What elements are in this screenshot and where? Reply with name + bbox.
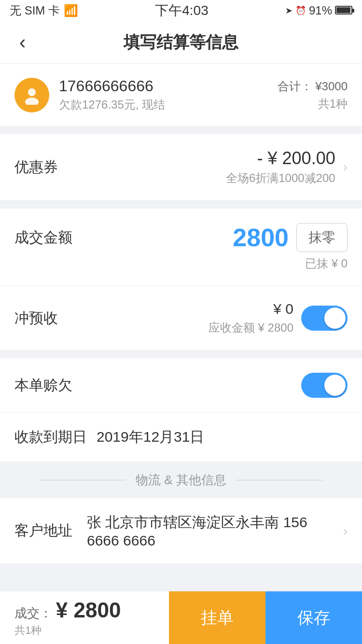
avatar-icon [22,85,42,105]
total-label: 合计： ¥3000 [278,79,348,94]
duedate-section: 收款到期日 2019年12月31日 [0,413,362,462]
duedate-label: 收款到期日 [14,427,87,447]
svg-point-0 [28,88,36,96]
coupon-amount: - ¥ 200.00 [226,148,335,168]
total-count: 共1种 [278,96,348,112]
back-icon: ‹ [19,31,26,53]
status-time: 下午4:03 [155,1,209,20]
bottom-count: 共1种 [14,623,154,638]
customer-info: 17666666666 欠款1276.35元, 现结 [59,77,165,112]
address-label: 客户地址 [14,521,72,541]
address-chevron-icon: › [343,523,348,539]
bottom-label: 成交： [14,606,52,620]
arrears-toggle-knob [324,375,346,396]
status-right: ➤ ⏰ 91% [285,4,352,17]
transaction-label: 成交金额 [14,228,72,248]
logistics-divider-inner: 物流 & 其他信息 [0,472,362,489]
prereceive-toggle[interactable] [301,306,348,331]
battery-percent: 91% [309,4,332,17]
address-section[interactable]: 客户地址 张 北京市市辖区海淀区永丰南 156 6666 6666 › [0,498,362,563]
divider-line-left [39,480,126,480]
pending-button[interactable]: 挂单 [169,591,265,644]
customer-left: 17666666666 欠款1276.35元, 现结 [14,77,165,112]
bottom-bar: 成交： ¥ 2800 共1种 挂单 保存 [0,591,362,644]
customer-total: 合计： ¥3000 共1种 [278,79,348,112]
prereceive-right: ¥ 0 应收金额 ¥ 2800 [209,301,348,336]
battery-icon [335,4,352,17]
coupon-info: - ¥ 200.00 全场6折满1000减200 [226,148,335,186]
prereceive-amount: ¥ 0 [209,301,293,317]
prereceive-sub: 应收金额 ¥ 2800 [209,320,293,336]
divider-line-right [236,480,323,480]
location-icon: ➤ [285,5,292,16]
logistics-divider: 物流 & 其他信息 [0,462,362,498]
status-left: 无 SIM 卡 📶 [10,3,78,18]
transaction-section: 成交金额 2800 抹零 已抹 ¥ 0 [0,209,362,286]
save-button[interactable]: 保存 [265,591,362,644]
back-button[interactable]: ‹ [14,27,30,58]
alarm-icon: ⏰ [295,5,306,16]
total-amount: ¥3000 [315,80,348,93]
toggle-knob [324,308,346,329]
customer-phone: 17666666666 [59,77,165,95]
page-title: 填写结算等信息 [124,31,238,54]
transaction-sub: 已抹 ¥ 0 [14,256,348,271]
transaction-amount: 2800 [233,223,289,252]
wifi-icon: 📶 [64,4,78,17]
duedate-value: 2019年12月31日 [97,427,204,447]
duedate-row: 收款到期日 2019年12月31日 [14,427,348,447]
bottom-label-row: 成交： ¥ 2800 [14,598,154,622]
section-divider-2 [0,350,362,358]
customer-card: 17666666666 欠款1276.35元, 现结 合计： ¥3000 共1种 [0,64,362,126]
avatar [14,78,49,112]
logistics-text: 物流 & 其他信息 [136,472,226,489]
coupon-label: 优惠券 [14,157,58,177]
coupon-sub: 全场6折满1000减200 [226,170,335,186]
bottom-amount: ¥ 2800 [56,598,121,622]
coupon-row[interactable]: 优惠券 - ¥ 200.00 全场6折满1000减200 › [0,134,362,201]
arrears-section: 本单赊欠 [0,358,362,413]
content-area: 17666666666 欠款1276.35元, 现结 合计： ¥3000 共1种… [0,64,362,644]
customer-sub: 欠款1276.35元, 现结 [59,97,165,112]
transaction-right: 2800 抹零 [233,223,348,252]
round-button[interactable]: 抹零 [296,223,348,252]
status-bar: 无 SIM 卡 📶 下午4:03 ➤ ⏰ 91% [0,0,362,21]
arrears-label: 本单赊欠 [14,376,72,395]
coupon-chevron: › [343,159,348,175]
address-value: 张 北京市市辖区海淀区永丰南 156 6666 6666 [87,513,343,549]
section-divider-1 [0,201,362,209]
no-sim-text: 无 SIM 卡 [10,3,60,18]
transaction-row: 成交金额 2800 抹零 [14,223,348,252]
bottom-buttons: 挂单 保存 [169,591,362,644]
prereceive-row: 冲预收 ¥ 0 应收金额 ¥ 2800 [14,301,348,336]
arrears-toggle[interactable] [301,373,348,398]
prereceive-amount-col: ¥ 0 应收金额 ¥ 2800 [209,301,293,336]
coupon-right: - ¥ 200.00 全场6折满1000减200 › [226,148,348,186]
nav-bar: ‹ 填写结算等信息 [0,21,362,64]
svg-point-1 [25,98,39,105]
prereceive-section: 冲预收 ¥ 0 应收金额 ¥ 2800 [0,286,362,350]
bottom-summary: 成交： ¥ 2800 共1种 [0,598,169,638]
prereceive-label: 冲预收 [14,308,58,328]
